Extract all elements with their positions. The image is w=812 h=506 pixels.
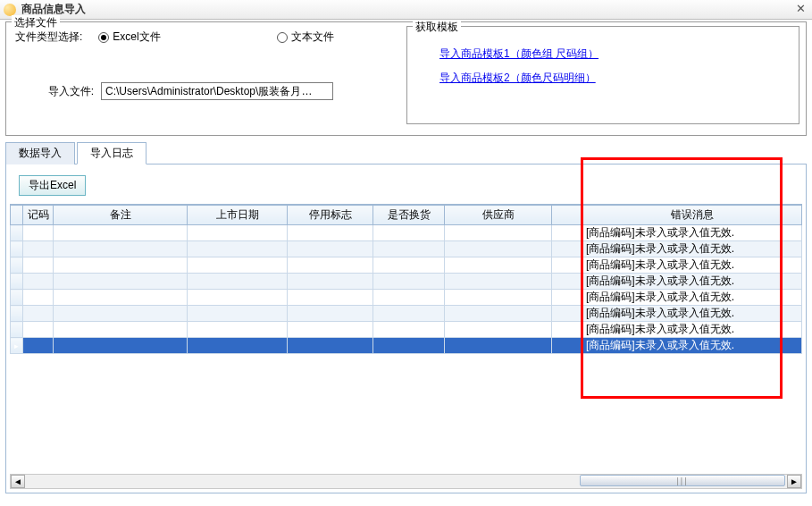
row-indicator: ▸ bbox=[11, 338, 23, 354]
row-indicator bbox=[11, 225, 23, 241]
cell-remark bbox=[54, 274, 188, 290]
cell-spacer bbox=[552, 257, 582, 274]
template-link-1[interactable]: 导入商品模板1（颜色组 尺码组） bbox=[439, 46, 799, 62]
table-row[interactable]: [商品编码]未录入或录入值无效. bbox=[11, 274, 802, 290]
cell-error: [商品编码]未录入或录入值无效. bbox=[582, 274, 802, 290]
cell-spacer bbox=[552, 306, 582, 322]
select-file-legend: 选择文件 bbox=[12, 15, 60, 30]
cell-remark bbox=[54, 338, 188, 354]
cell-code bbox=[23, 338, 54, 354]
cell-code bbox=[23, 306, 54, 322]
cell-error: [商品编码]未录入或录入值无效. bbox=[582, 257, 802, 274]
cell-spacer bbox=[552, 225, 582, 241]
col-date[interactable]: 上市日期 bbox=[188, 206, 288, 225]
cell-exchange bbox=[373, 274, 445, 290]
grid-header-row: 记码 备注 上市日期 停用标志 是否换货 供应商 错误消息 bbox=[11, 206, 802, 225]
cell-supplier bbox=[445, 338, 552, 354]
col-stop[interactable]: 停用标志 bbox=[288, 206, 373, 225]
row-indicator bbox=[11, 306, 23, 322]
close-icon[interactable]: ✕ bbox=[792, 2, 808, 16]
titlebar: 商品信息导入 ✕ bbox=[0, 0, 812, 20]
radio-excel[interactable]: Excel文件 bbox=[98, 30, 160, 45]
col-code[interactable]: 记码 bbox=[23, 206, 54, 225]
cell-date bbox=[188, 241, 288, 257]
scroll-thumb[interactable]: ||| bbox=[580, 475, 785, 486]
cell-exchange bbox=[373, 338, 445, 354]
col-supplier[interactable]: 供应商 bbox=[445, 206, 552, 225]
row-indicator bbox=[11, 322, 23, 338]
row-indicator bbox=[11, 274, 23, 290]
cell-stop bbox=[288, 306, 373, 322]
cell-supplier bbox=[445, 257, 552, 274]
cell-stop bbox=[288, 322, 373, 338]
horizontal-scrollbar[interactable]: ◄ ||| ► bbox=[10, 474, 802, 489]
table-row[interactable]: [商品编码]未录入或录入值无效. bbox=[11, 322, 802, 338]
cell-remark bbox=[54, 241, 188, 257]
cell-remark bbox=[54, 225, 188, 241]
cell-spacer bbox=[552, 241, 582, 257]
cell-error: [商品编码]未录入或录入值无效. bbox=[582, 338, 802, 354]
radio-dot-icon bbox=[98, 32, 109, 43]
cell-stop bbox=[288, 338, 373, 354]
cell-error: [商品编码]未录入或录入值无效. bbox=[582, 290, 802, 306]
table-row[interactable]: [商品编码]未录入或录入值无效. bbox=[11, 257, 802, 274]
template-group: 获取模板 导入商品模板1（颜色组 尺码组） 导入商品模板2（颜色尺码明细） bbox=[406, 26, 799, 124]
cell-remark bbox=[54, 306, 188, 322]
row-indicator-header bbox=[11, 206, 23, 225]
radio-text-label: 文本文件 bbox=[291, 30, 334, 45]
tab-data-import[interactable]: 数据导入 bbox=[5, 142, 75, 164]
tab-content: 导出Excel 记码 备注 上市日期 停用标志 是否换货 供应商 错误消息 bbox=[5, 164, 807, 493]
table-row[interactable]: [商品编码]未录入或录入值无效. bbox=[11, 290, 802, 306]
cell-code bbox=[23, 290, 54, 306]
table-row[interactable]: [商品编码]未录入或录入值无效. bbox=[11, 225, 802, 241]
cell-remark bbox=[54, 322, 188, 338]
cell-date bbox=[188, 322, 288, 338]
cell-supplier bbox=[445, 241, 552, 257]
cell-exchange bbox=[373, 306, 445, 322]
scroll-right-icon[interactable]: ► bbox=[787, 475, 801, 488]
cell-stop bbox=[288, 257, 373, 274]
cell-stop bbox=[288, 290, 373, 306]
cell-code bbox=[23, 225, 54, 241]
cell-error: [商品编码]未录入或录入值无效. bbox=[582, 306, 802, 322]
cell-supplier bbox=[445, 225, 552, 241]
cell-date bbox=[188, 225, 288, 241]
row-indicator bbox=[11, 241, 23, 257]
radio-excel-label: Excel文件 bbox=[113, 30, 160, 45]
cell-spacer bbox=[552, 338, 582, 354]
cell-code bbox=[23, 257, 54, 274]
tab-import-log[interactable]: 导入日志 bbox=[77, 142, 146, 164]
cell-supplier bbox=[445, 322, 552, 338]
template-link-2[interactable]: 导入商品模板2（颜色尺码明细） bbox=[439, 71, 799, 86]
radio-text[interactable]: 文本文件 bbox=[277, 30, 334, 45]
cell-supplier bbox=[445, 274, 552, 290]
cell-remark bbox=[54, 257, 188, 274]
import-file-label: 导入文件: bbox=[15, 84, 94, 99]
cell-supplier bbox=[445, 306, 552, 322]
cell-stop bbox=[288, 225, 373, 241]
col-exchange[interactable]: 是否换货 bbox=[373, 206, 445, 225]
cell-exchange bbox=[373, 290, 445, 306]
cell-stop bbox=[288, 241, 373, 257]
cell-date bbox=[188, 257, 288, 274]
cell-code bbox=[23, 241, 54, 257]
select-file-group: 选择文件 文件类型选择: Excel文件 文本文件 导入文件: 获取模板 导入商… bbox=[5, 21, 807, 136]
template-legend: 获取模板 bbox=[413, 20, 461, 35]
col-error[interactable]: 错误消息 bbox=[582, 206, 802, 225]
cell-remark bbox=[54, 290, 188, 306]
log-grid: 记码 备注 上市日期 停用标志 是否换货 供应商 错误消息 [商品编码]未录入或… bbox=[10, 204, 802, 469]
cell-spacer bbox=[552, 290, 582, 306]
table-row[interactable]: ▸[商品编码]未录入或录入值无效. bbox=[11, 338, 802, 354]
cell-exchange bbox=[373, 322, 445, 338]
table-row[interactable]: [商品编码]未录入或录入值无效. bbox=[11, 306, 802, 322]
row-indicator bbox=[11, 257, 23, 274]
scroll-track[interactable]: ||| bbox=[25, 475, 787, 488]
cell-exchange bbox=[373, 225, 445, 241]
col-remark[interactable]: 备注 bbox=[54, 206, 188, 225]
cell-exchange bbox=[373, 241, 445, 257]
scroll-left-icon[interactable]: ◄ bbox=[11, 475, 25, 488]
table-row[interactable]: [商品编码]未录入或录入值无效. bbox=[11, 241, 802, 257]
export-excel-button[interactable]: 导出Excel bbox=[19, 175, 86, 196]
import-file-input[interactable] bbox=[101, 82, 333, 100]
cell-date bbox=[188, 274, 288, 290]
